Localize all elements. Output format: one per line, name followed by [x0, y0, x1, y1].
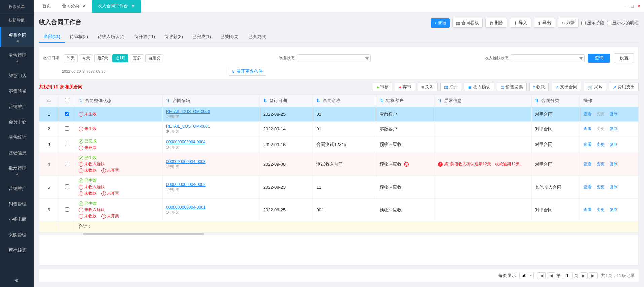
show-label-checkbox[interactable]: 显示标的明细 [607, 20, 639, 26]
show-stage-checkbox[interactable]: 显示阶段 [581, 20, 604, 26]
tab-income-workbench-close[interactable]: ✕ [130, 3, 136, 9]
filter-tab-pending-confirm[interactable]: 待收入确认(7) [93, 31, 129, 43]
action-collect-btn[interactable]: ¥ 收款 [529, 83, 549, 91]
refresh-button[interactable]: ↻ 刷新 [558, 18, 579, 28]
close-icon[interactable]: ✕ [81, 3, 87, 9]
sidebar-item-inventory[interactable]: 库存核算 [0, 242, 34, 257]
filter-tab-changed[interactable]: 已变更(4) [243, 31, 271, 43]
action-abandon-btn[interactable]: ● 弃审 [395, 83, 415, 91]
op-change-4[interactable]: 变更 [597, 162, 605, 166]
op-view-3[interactable]: 查看 [583, 142, 592, 147]
sidebar-item-wholesale-mgmt[interactable]: 批发管理 ▲ [0, 160, 34, 180]
filter-tab-pending-invoice[interactable]: 待开票(11) [129, 31, 160, 43]
sidebar-search-btn[interactable]: 搜索菜单 [0, 0, 34, 14]
contract-link-4[interactable]: 0000000000004-0003 [166, 159, 205, 164]
op-view-4[interactable]: 查看 [583, 162, 592, 166]
sidebar-item-marketing2[interactable]: 营销推广 [0, 180, 34, 196]
row-checkbox-1[interactable] [65, 112, 69, 116]
page-last-btn[interactable]: ▶| [589, 272, 598, 279]
import-button[interactable]: ⬇ 导入 [510, 18, 531, 28]
sidebar-item-basic-info[interactable]: 基础信息 [0, 145, 34, 160]
sidebar-item-purchase[interactable]: 采购管理 [0, 227, 34, 242]
contract-link-5[interactable]: 0000000000004-0002 [166, 182, 205, 187]
op-copy-5[interactable]: 复制 [610, 184, 618, 189]
action-expense-out-btn[interactable]: ↗ 费用支出 [609, 83, 639, 91]
action-out-contract-btn[interactable]: ↗ 支出合同 [552, 83, 581, 91]
sidebar-item-smart-store[interactable]: 智慧门店 [0, 67, 34, 83]
op-view-5[interactable]: 查看 [583, 184, 592, 189]
op-change-3[interactable]: 变更 [597, 142, 605, 147]
show-label-input[interactable] [607, 21, 611, 25]
contract-link-1[interactable]: RETAIL_CUSTOM-0003 [166, 109, 210, 114]
action-income-confirm-btn[interactable]: ▣ 收入确认 [464, 83, 494, 91]
filter-tab-closed[interactable]: 已关闭(0) [216, 31, 243, 43]
date-btn-custom[interactable]: 自定义 [145, 54, 163, 62]
kanban-button[interactable]: ▦ 合同看板 [452, 18, 483, 28]
delete-button[interactable]: 🗑 删除 [485, 18, 507, 28]
per-page-select[interactable]: 50 [519, 272, 534, 279]
window-close-btn[interactable]: ✕ [637, 4, 641, 9]
horizontal-scrollbar[interactable] [39, 232, 638, 235]
date-btn-last7days[interactable]: 近7天 [94, 54, 111, 62]
op-view-6[interactable]: 查看 [583, 207, 592, 212]
op-copy-4[interactable]: 复制 [610, 162, 618, 166]
op-view-1[interactable]: 查看 [583, 112, 592, 116]
settings-btn[interactable]: 设置 [614, 53, 634, 63]
filter-tab-completed[interactable]: 已完成(1) [188, 31, 216, 43]
income-confirm-select[interactable] [511, 54, 585, 62]
window-maximize-btn[interactable]: □ [631, 4, 634, 9]
op-copy-1[interactable]: 复制 [610, 112, 618, 116]
date-btn-last1month[interactable]: 近1月 [112, 54, 129, 62]
sidebar-item-retail-mall[interactable]: 零售商城 [0, 83, 34, 98]
contract-link-2[interactable]: RETAIL_CUSTOM-0001 [166, 124, 210, 129]
page-first-btn[interactable]: |◀ [537, 272, 546, 279]
sidebar-item-project[interactable]: 项目合同 ◀ [0, 27, 34, 47]
doc-status-select[interactable] [297, 54, 371, 62]
row-checkbox-3[interactable] [65, 142, 69, 146]
sidebar-item-retail-stats[interactable]: 零售统计 [0, 129, 34, 145]
filter-tab-pending-review[interactable]: 待审核(2) [65, 31, 93, 43]
action-purchase-btn[interactable]: 🛒 采购 [584, 83, 606, 91]
page-prev-btn[interactable]: ◀ [547, 272, 555, 279]
row-checkbox-5[interactable] [65, 184, 69, 189]
close-icon-active[interactable]: ✕ [130, 3, 136, 9]
filter-tab-all[interactable]: 全部(11) [39, 31, 65, 43]
query-button[interactable]: 查询 [588, 54, 610, 63]
gear-icon-col[interactable]: ⚙ [47, 98, 51, 104]
action-review-btn[interactable]: ● 审核 [373, 83, 392, 91]
show-stage-input[interactable] [581, 21, 586, 25]
export-button[interactable]: ⬆ 导出 [534, 18, 555, 28]
date-btn-today[interactable]: 今天 [79, 54, 93, 62]
row-checkbox-6[interactable] [65, 207, 69, 212]
tab-income-workbench[interactable]: 收入合同工作台 ✕ [92, 0, 141, 13]
page-input[interactable] [562, 272, 573, 279]
sidebar-item-sales-mgmt[interactable]: 销售管理 [0, 196, 34, 211]
row-checkbox-2[interactable] [65, 126, 69, 131]
filter-tab-pending-payment[interactable]: 待收款(8) [160, 31, 188, 43]
tab-home[interactable]: 首页 [37, 0, 56, 13]
sidebar-quick-nav[interactable]: 快捷导航 [0, 14, 34, 27]
add-button[interactable]: + 新增 [431, 18, 450, 28]
op-change-1[interactable]: 变更 [597, 112, 605, 116]
action-print-btn[interactable]: ▦ 打开 [440, 83, 461, 91]
settings-button[interactable]: ⚙ [12, 274, 22, 287]
row-checkbox-4[interactable] [65, 162, 69, 166]
sidebar-item-marketing[interactable]: 营销推广 [0, 98, 34, 114]
op-copy-3[interactable]: 复制 [610, 142, 618, 147]
expand-filter-btn[interactable]: ∨ 展开更多条件 [228, 67, 266, 76]
window-minimize-btn[interactable]: − [625, 4, 628, 9]
sidebar-item-retail-mgmt[interactable]: 零售管理 ▲ [0, 47, 34, 67]
date-btn-more[interactable]: 更多 [130, 54, 144, 62]
op-copy-2[interactable]: 复制 [610, 126, 618, 131]
tab-contract-category[interactable]: 合同分类 ✕ [56, 0, 92, 13]
sidebar-item-members[interactable]: 会员中心 [0, 114, 34, 129]
scrollbar-thumb[interactable] [83, 233, 204, 235]
page-next-btn[interactable]: ▶ [580, 272, 588, 279]
op-change-2[interactable]: 变更 [597, 126, 605, 131]
contract-link-6[interactable]: 0000000000004-0001 [166, 205, 205, 210]
op-copy-6[interactable]: 复制 [610, 207, 618, 212]
select-all-checkbox[interactable] [65, 98, 69, 102]
contract-link-3[interactable]: 0000000000004-0004 [166, 140, 205, 145]
action-sales-invoice-btn[interactable]: ▤ 销售发票 [497, 83, 527, 91]
op-change-6[interactable]: 变更 [597, 207, 605, 212]
